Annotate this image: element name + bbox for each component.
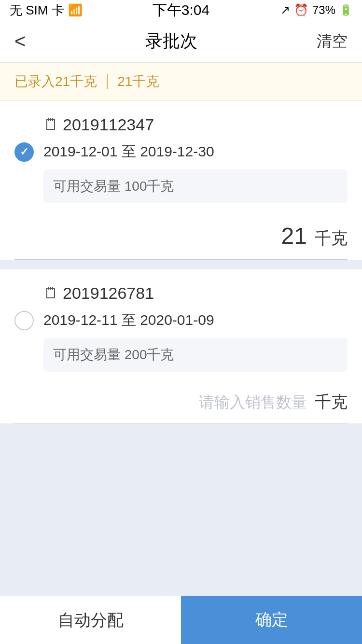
- batch2-date-row: 2019-12-11 至 2020-01-09: [14, 310, 348, 330]
- info-divider: [107, 74, 108, 89]
- bottom-bar: 自动分配 确定: [0, 596, 362, 644]
- batch2-input-row[interactable]: 请输入销售数量 千克: [0, 381, 362, 423]
- batch1-id: 2019112347: [63, 115, 154, 134]
- batch2-avail: 可用交易量 200千克: [43, 338, 348, 372]
- section-divider: [0, 260, 362, 269]
- wifi-icon: 📶: [68, 3, 83, 17]
- batch-item-1[interactable]: 🗒 2019112347 2019-12-01 至 2019-12-30 可用交…: [0, 101, 362, 260]
- battery-text: 73%: [312, 3, 335, 17]
- batch1-id-row: 🗒 2019112347: [43, 115, 348, 134]
- status-left: 无 SIM 卡 📶: [10, 2, 83, 19]
- auto-distribute-button[interactable]: 自动分配: [0, 596, 181, 644]
- status-right: ↗ ⏰ 73% 🔋: [280, 3, 352, 17]
- batch2-doc-icon: 🗒: [43, 284, 59, 302]
- batch2-input-placeholder: 请输入销售数量: [199, 392, 307, 413]
- info-banner: 已录入21千克 21千克: [0, 63, 362, 101]
- nav-bar: < 录批次 清空: [0, 20, 362, 63]
- info-value: 21千克: [117, 72, 159, 91]
- batch1-radio[interactable]: [14, 142, 34, 162]
- content-area: 已录入21千克 21千克 🗒 2019112347 2019-12-01 至 2…: [0, 63, 362, 596]
- location-icon: ↗: [280, 3, 290, 17]
- batch2-radio[interactable]: [14, 311, 34, 330]
- batch1-doc-icon: 🗒: [43, 116, 59, 134]
- batch1-avail: 可用交易量 100千克: [43, 169, 348, 203]
- batch1-date-row: 2019-12-01 至 2019-12-30: [14, 142, 348, 162]
- batch2-id: 2019126781: [63, 284, 154, 303]
- batch1-avail-text: 可用交易量 100千克: [53, 179, 174, 194]
- battery-icon: 🔋: [339, 4, 352, 16]
- status-time: 下午3:04: [153, 0, 209, 20]
- info-label: 已录入21千克: [14, 72, 97, 91]
- confirm-button[interactable]: 确定: [181, 596, 362, 644]
- alarm-icon: ⏰: [294, 3, 308, 17]
- clear-button[interactable]: 清空: [317, 31, 348, 52]
- batch1-unit: 千克: [315, 227, 348, 250]
- batch2-input-unit: 千克: [315, 391, 348, 413]
- batch1-date: 2019-12-01 至 2019-12-30: [43, 142, 214, 162]
- batch2-avail-text: 可用交易量 200千克: [53, 347, 174, 362]
- batch1-qty-row: 21 千克: [0, 213, 362, 259]
- carrier-text: 无 SIM 卡: [10, 2, 64, 19]
- batch2-id-row: 🗒 2019126781: [43, 284, 348, 303]
- empty-area: [0, 423, 362, 596]
- batch1-qty[interactable]: 21: [281, 223, 307, 249]
- page-title: 录批次: [145, 29, 197, 53]
- back-button[interactable]: <: [14, 30, 26, 52]
- status-bar: 无 SIM 卡 📶 下午3:04 ↗ ⏰ 73% 🔋: [0, 0, 362, 20]
- batch-item-2[interactable]: 🗒 2019126781 2019-12-11 至 2020-01-09 可用交…: [0, 269, 362, 423]
- batch2-date: 2019-12-11 至 2020-01-09: [43, 310, 214, 330]
